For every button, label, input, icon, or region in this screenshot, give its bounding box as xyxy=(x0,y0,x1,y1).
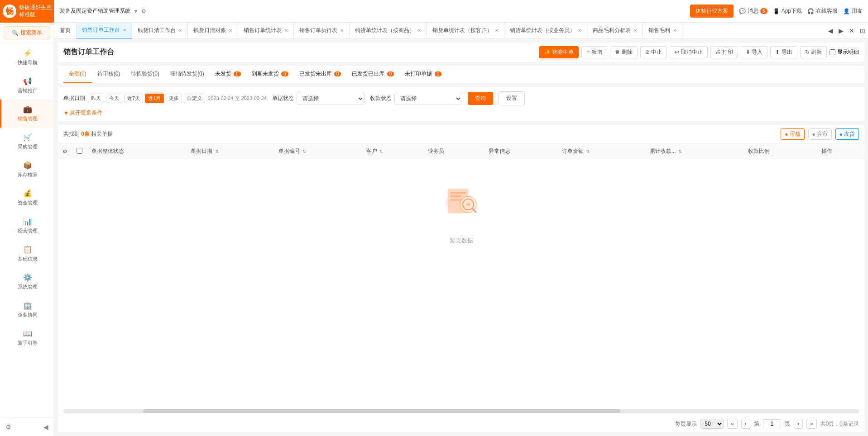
industry-btn[interactable]: 体验行业方案 xyxy=(690,5,734,18)
sub-tab-all-label: 全部(0) xyxy=(69,71,86,77)
app-download-item[interactable]: 📱 App下载 xyxy=(773,7,802,15)
sidebar-item-purchase[interactable]: 🛒 采购管理 xyxy=(0,128,54,156)
tab-prev-btn[interactable]: ◀ xyxy=(825,25,836,36)
col-customer[interactable]: 客户 ⇅ xyxy=(362,144,424,159)
sidebar-item-finance[interactable]: 💰 资金管理 xyxy=(0,184,54,212)
sub-tab-pending-review[interactable]: 待审核(0) xyxy=(92,66,126,83)
tab-sales-order-exec[interactable]: 销售订单执行表 ✕ xyxy=(294,23,350,39)
sub-tab-pending-goods[interactable]: 待拣验货(0) xyxy=(125,66,165,83)
sub-tab-all[interactable]: 全部(0) xyxy=(63,66,92,83)
select-all-checkbox[interactable] xyxy=(77,148,82,154)
page-size-select[interactable]: 50 10 20 100 xyxy=(700,419,724,429)
tab-cash-daily[interactable]: 钱货日清工作台 ✕ xyxy=(132,23,188,39)
sub-tab-not-printed[interactable]: 未打印单据 0 xyxy=(399,66,447,83)
tab-sales-order-stats[interactable]: 销售订单统计表 ✕ xyxy=(238,23,294,39)
online-service-item[interactable]: 🎧 在线客服 xyxy=(807,7,838,15)
query-button[interactable]: 查询 xyxy=(468,92,493,105)
next-page-btn[interactable]: › xyxy=(794,419,803,429)
page-number-input[interactable] xyxy=(763,419,781,428)
h-scrollbar[interactable] xyxy=(63,409,859,413)
sub-tab-overdue-not-shipped[interactable]: 到期未发货 0 xyxy=(246,66,294,83)
user-item[interactable]: 👤 用友 xyxy=(843,7,863,15)
operations-icon: 📊 xyxy=(23,217,32,226)
prev-page-btn[interactable]: ‹ xyxy=(741,419,750,429)
tab-sales-stats-product[interactable]: 销货单统计表（按商品） ✕ xyxy=(350,23,427,39)
tab-next-btn[interactable]: ▶ xyxy=(836,25,846,36)
date-btn-yesterday[interactable]: 昨天 xyxy=(88,94,104,103)
delete-btn[interactable]: 🗑 删除 xyxy=(610,46,638,58)
col-collected[interactable]: 累计收款... ⇅ xyxy=(645,144,744,159)
date-btn-7days[interactable]: 近7天 xyxy=(124,94,143,103)
tab-product-margin[interactable]: 商品毛利分析表 ✕ xyxy=(587,23,643,39)
tab-sales-gross-close[interactable]: ✕ xyxy=(673,28,676,33)
tab-sales-order-stats-close[interactable]: ✕ xyxy=(284,28,288,33)
tab-cash-reconcile[interactable]: 钱货日清对账 ✕ xyxy=(188,23,238,39)
col-checkbox[interactable] xyxy=(72,144,87,159)
tab-expand-btn[interactable]: ⊡ xyxy=(857,25,868,36)
tab-sales-stats-product-label: 销货单统计表（按商品） xyxy=(355,27,415,34)
sub-tab-shipped-out[interactable]: 已发货已出库 0 xyxy=(346,66,399,83)
date-btn-custom[interactable]: 自定义 xyxy=(184,94,205,103)
tab-home[interactable]: 首页 xyxy=(54,23,77,39)
show-detail-checkbox[interactable] xyxy=(830,49,835,55)
col-settings[interactable]: ⚙ xyxy=(58,144,72,159)
search-menu-button[interactable]: 🔍 搜索菜单 xyxy=(4,26,50,39)
tab-sales-order-workbench-close[interactable]: ✕ xyxy=(123,28,126,33)
tab-sales-gross[interactable]: 销售毛利 ✕ xyxy=(643,23,682,39)
ship-btn[interactable]: ● 发货 xyxy=(835,128,859,140)
payment-select[interactable]: 请选择 xyxy=(394,93,462,104)
refresh-btn[interactable]: ↻ 刷新 xyxy=(800,46,827,58)
col-staff[interactable]: 业务员 xyxy=(423,144,484,159)
sidebar-item-inventory[interactable]: 📦 库存核算 xyxy=(0,156,54,184)
last-page-btn[interactable]: » xyxy=(806,419,817,429)
col-amount[interactable]: 订单金额 ⇅ xyxy=(557,144,645,159)
cancel-review-btn[interactable]: ● 弃审 xyxy=(808,128,832,140)
tab-cash-daily-close[interactable]: ✕ xyxy=(178,28,182,33)
export-btn[interactable]: ⬆ 导出 xyxy=(770,46,797,58)
print-btn[interactable]: 🖨 打印 xyxy=(710,46,738,58)
tab-sales-order-exec-close[interactable]: ✕ xyxy=(340,28,344,33)
col-number[interactable]: 单据编号 ⇅ xyxy=(274,144,362,159)
status-select[interactable]: 请选择 xyxy=(297,93,364,104)
tab-sales-order-workbench[interactable]: 销售订单工作台 ✕ xyxy=(77,23,132,39)
show-detail-label[interactable]: 显示明细 xyxy=(830,48,859,56)
tab-sales-stats-staff[interactable]: 销货单统计表（按业务员） ✕ xyxy=(504,23,587,39)
sidebar-item-guide[interactable]: 📖 新手引导 xyxy=(0,324,54,352)
tab-sales-stats-staff-close[interactable]: ✕ xyxy=(578,28,581,33)
tab-sales-stats-product-close[interactable]: ✕ xyxy=(417,28,421,33)
import-btn[interactable]: ⬇ 导入 xyxy=(741,46,767,58)
tab-sales-stats-customer-close[interactable]: ✕ xyxy=(495,28,499,33)
col-date[interactable]: 单据日期 ⇅ xyxy=(186,144,274,159)
tab-sales-stats-customer[interactable]: 销货单统计表（按客户） ✕ xyxy=(427,23,504,39)
date-btn-1month[interactable]: 近1月 xyxy=(145,94,164,103)
first-page-btn[interactable]: « xyxy=(727,419,738,429)
stop-btn[interactable]: ⊘ 中止 xyxy=(640,46,667,58)
sidebar-item-sales[interactable]: 💼 销售管理 xyxy=(0,100,54,128)
sub-tab-not-shipped[interactable]: 未发货 0 xyxy=(210,66,246,83)
sidebar-item-quick-nav[interactable]: ⚡ 快捷导航 xyxy=(0,43,54,71)
sidebar-item-enterprise[interactable]: 🏢 企业协同 xyxy=(0,296,54,324)
sub-tab-shipped-not-out[interactable]: 已发货未出库 0 xyxy=(294,66,347,83)
tab-product-margin-close[interactable]: ✕ xyxy=(633,28,637,33)
add-btn[interactable]: + 新增 xyxy=(581,46,607,58)
expand-conditions-btn[interactable]: ▼ 展开更多条件 xyxy=(63,109,859,117)
cancel-stop-btn[interactable]: ↩ 取消中止 xyxy=(670,46,707,58)
h-scrollbar-thumb[interactable] xyxy=(143,409,620,413)
date-btn-today[interactable]: 今天 xyxy=(106,94,122,103)
smart-btn[interactable]: ✨ 智能生单 xyxy=(539,46,579,58)
settings-button[interactable]: ⚙ xyxy=(4,422,13,432)
tab-cash-reconcile-close[interactable]: ✕ xyxy=(229,28,232,33)
sidebar-item-operations[interactable]: 📊 经营管理 xyxy=(0,212,54,240)
sidebar-item-system[interactable]: ⚙️ 系统管理 xyxy=(0,268,54,296)
sidebar-item-base-info[interactable]: 📋 基础信息 xyxy=(0,240,54,268)
tab-home-label: 首页 xyxy=(60,27,71,34)
date-btn-more[interactable]: 更多 xyxy=(166,94,182,103)
set-button[interactable]: 设置 xyxy=(499,91,525,105)
sub-tab-wangpu[interactable]: 旺铺待发货(0) xyxy=(165,66,210,83)
review-btn[interactable]: ● 审核 xyxy=(781,128,804,140)
collapse-button[interactable]: ◀ xyxy=(42,422,50,432)
settings-icon[interactable]: ⚙ xyxy=(141,8,146,14)
message-item[interactable]: 💬 消息 6 xyxy=(739,7,767,15)
sidebar-item-marketing[interactable]: 📢 营销推广 xyxy=(0,71,54,100)
tab-close-all-btn[interactable]: ✕ xyxy=(846,25,857,36)
